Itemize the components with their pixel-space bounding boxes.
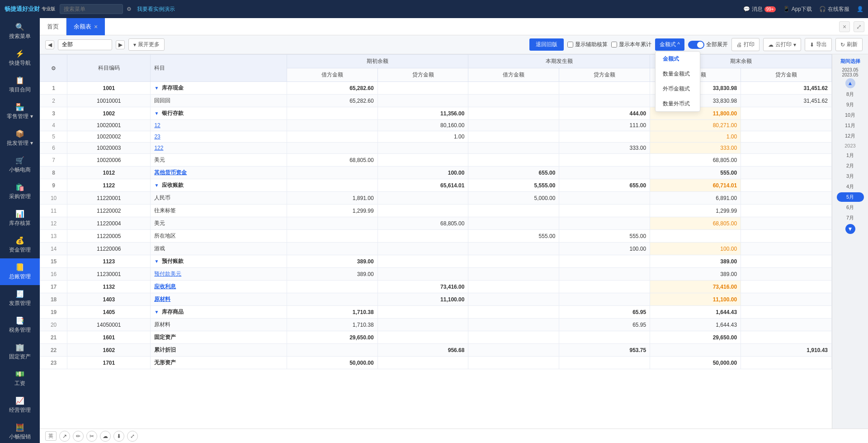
row-name[interactable]: 其他货币资金	[151, 167, 287, 179]
row-name[interactable]: 原材料	[151, 293, 287, 306]
closing-credit	[741, 281, 832, 293]
row-name[interactable]: 应收利息	[151, 281, 287, 293]
row-code: 11220004	[67, 217, 151, 230]
ytd-checkbox[interactable]	[611, 42, 617, 48]
bottom-icon-4[interactable]: ☁	[100, 431, 111, 442]
show-ytd-check[interactable]: 显示本年累计	[611, 41, 651, 48]
sidebar-item-ecommerce[interactable]: 🛒 小畅电商	[0, 152, 40, 178]
table-row: 151123▼ 预付账款389.00389.00	[40, 255, 832, 268]
tab-home[interactable]: 首页	[40, 18, 66, 35]
search-input[interactable]	[58, 39, 112, 50]
format-option-amount[interactable]: 金额式	[656, 52, 700, 67]
expand-icon[interactable]: ▼	[154, 310, 160, 314]
sidebar-item-payroll[interactable]: 💵 工资	[0, 365, 40, 392]
opening-debit: 389.00	[287, 268, 377, 281]
row-code: 10020002	[67, 131, 151, 143]
sidebar-item-assets[interactable]: 🏢 固定资产	[0, 338, 40, 365]
opening-debit	[287, 131, 377, 143]
sidebar-item-ledger[interactable]: 📒 总账管理	[0, 258, 40, 285]
sidebar-item-quicknav[interactable]: ⚡ 快捷导航	[0, 45, 40, 71]
period-up-icon[interactable]: ▲	[845, 78, 855, 88]
row-code: 1002	[67, 107, 151, 120]
print-btn[interactable]: 🖨 打印	[731, 38, 760, 51]
month-4[interactable]: 4月	[837, 182, 864, 191]
sidebar-item-wholesale[interactable]: 📦 批发管理 ▾	[0, 125, 40, 152]
download-action[interactable]: 📱 App下载	[783, 5, 812, 13]
right-panel: 期间选择 2023.05 2023.05 ▲ 8月 9月 10月 11月 12月…	[832, 54, 868, 429]
sidebar-item-invoice[interactable]: 🧾 发票管理	[0, 285, 40, 312]
format-dropdown-btn[interactable]: 金额式 ^	[655, 38, 684, 51]
opening-debit	[287, 230, 377, 243]
format-option-qty-amount[interactable]: 数量金额式	[656, 67, 700, 81]
show-assistant-check[interactable]: 显示辅助核算	[567, 41, 608, 48]
tab-balance[interactable]: 余额表 ×	[66, 18, 105, 35]
format-option-qty-foreign[interactable]: 数量外币式	[656, 96, 700, 111]
expand-icon[interactable]: ▼	[154, 111, 160, 116]
period-down-icon[interactable]: ▼	[845, 224, 855, 234]
row-name[interactable]: 122	[151, 143, 287, 154]
bottom-icon-5[interactable]: ⬇	[113, 431, 124, 442]
settings-col-header[interactable]: ⚙	[40, 55, 67, 82]
nav-back-icon[interactable]: ◀	[45, 40, 54, 49]
sidebar-item-retail[interactable]: 🏪 零售管理 ▾	[0, 98, 40, 125]
row-name[interactable]: 预付款美元	[151, 268, 287, 281]
sidebar-item-tax[interactable]: 📑 税务管理	[0, 312, 40, 338]
window-minimize-btn[interactable]: ×	[839, 21, 850, 32]
tab-close-icon[interactable]: ×	[94, 23, 98, 30]
sidebar-item-inventory[interactable]: 📊 库存核算	[0, 205, 40, 232]
table-row: 2014050001原材料1,710.3865.951,644.43	[40, 319, 832, 331]
toggle-switch-track[interactable]	[688, 41, 704, 49]
expand-more-btn[interactable]: ▾ 展开更多	[128, 38, 165, 51]
row-name[interactable]: 23	[151, 131, 287, 143]
row-name[interactable]: 12	[151, 120, 287, 131]
month-10[interactable]: 10月	[837, 110, 864, 120]
assets-icon: 🏢	[15, 343, 24, 352]
period-credit	[559, 192, 650, 205]
month-9[interactable]: 9月	[837, 100, 864, 110]
period-credit	[559, 154, 650, 167]
month-3[interactable]: 3月	[837, 171, 864, 181]
row-code: 11220001	[67, 192, 151, 205]
month-2[interactable]: 2月	[837, 161, 864, 171]
expand-all-toggle[interactable]: 全部展开	[688, 41, 728, 49]
format-option-foreign[interactable]: 外币金额式	[656, 81, 700, 96]
expand-icon[interactable]: ▼	[154, 183, 160, 188]
month-12[interactable]: 12月	[837, 131, 864, 141]
refresh-btn[interactable]: ↻ 刷新	[835, 38, 863, 51]
table-row: 1111220002往来标签1,299.991,299.99	[40, 205, 832, 217]
month-5[interactable]: 5月	[837, 192, 864, 202]
nav-forward-icon[interactable]: ▶	[116, 40, 125, 49]
user-avatar[interactable]: 👤	[857, 6, 863, 12]
message-action[interactable]: 💬 消息 99+	[743, 5, 776, 13]
top-gear-icon[interactable]: ⚙	[127, 6, 132, 12]
opening-debit	[287, 243, 377, 255]
export-btn[interactable]: ⬇ 导出	[805, 38, 832, 51]
service-action[interactable]: 🎧 在线客服	[819, 5, 849, 13]
bottom-icon-3[interactable]: ✂	[86, 431, 97, 442]
top-search-input[interactable]	[60, 4, 123, 14]
sidebar-item-report[interactable]: 🧮 小畅报销	[0, 419, 40, 443]
month-7[interactable]: 7月	[837, 213, 864, 223]
sidebar-item-search[interactable]: 🔍 搜索菜单	[0, 18, 40, 45]
month-1[interactable]: 1月	[837, 151, 864, 160]
window-maximize-btn[interactable]: ⤢	[854, 21, 864, 32]
row-num: 15	[40, 255, 67, 268]
month-8[interactable]: 8月	[837, 90, 864, 99]
expand-icon[interactable]: ▼	[154, 86, 160, 91]
row-name: 游戏	[151, 243, 287, 255]
back-old-btn[interactable]: 退回旧版	[529, 38, 564, 51]
sidebar-item-purchase[interactable]: 🛍️ 采购管理	[0, 178, 40, 205]
bottom-icon-2[interactable]: ✏	[73, 431, 84, 442]
month-6[interactable]: 6月	[837, 203, 864, 212]
month-11[interactable]: 11月	[837, 121, 864, 130]
cloud-print-btn[interactable]: ☁ 云打印 ▾	[763, 38, 801, 51]
sidebar-item-capital[interactable]: 💰 资金管理	[0, 232, 40, 258]
lang-switch-btn[interactable]: 英	[45, 431, 57, 441]
assistant-checkbox[interactable]	[567, 42, 573, 48]
bottom-icon-6[interactable]: ⤢	[127, 431, 138, 442]
expand-icon[interactable]: ▼	[154, 259, 160, 264]
bottom-icon-1[interactable]: ↗	[59, 431, 70, 442]
sidebar-item-project[interactable]: 📋 项目合同	[0, 71, 40, 98]
demo-link[interactable]: 我要看实例演示	[137, 5, 175, 13]
sidebar-item-ops[interactable]: 📈 经营管理	[0, 392, 40, 419]
